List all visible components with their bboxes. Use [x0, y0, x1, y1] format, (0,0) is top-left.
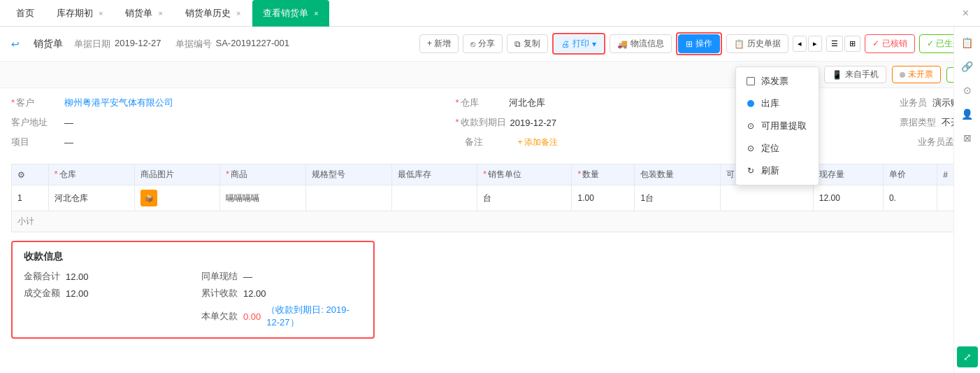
not-open-button[interactable]: 未开票 [892, 66, 941, 83]
cell-spec [305, 185, 391, 211]
doc-number-value: SA-20191227-001 [216, 38, 290, 50]
cell-stock: 12.00 [813, 185, 883, 211]
cell-num: 1 [12, 185, 49, 211]
deal-amount-value: 12.00 [66, 288, 89, 299]
share-icon: ⎋ [470, 39, 475, 49]
customer-value[interactable]: 柳州粤港平安气体有限公司 [64, 97, 173, 109]
project-label: 项目 [11, 136, 60, 148]
th-product: 商品 [220, 164, 306, 185]
sidebar-icon-4[interactable]: 👤 [957, 104, 978, 125]
cell-unit: 台 [477, 185, 572, 211]
print-dropdown-arrow: ▾ [592, 39, 596, 49]
print-button[interactable]: 🖨 打印 ▾ [554, 35, 603, 52]
cumulative-label: 累计收款 [201, 287, 238, 300]
th-unit: 销售单位 [477, 164, 572, 185]
list-view-button[interactable]: ☰ [826, 36, 843, 52]
add-ticket-label: 添发票 [761, 75, 788, 87]
history-button[interactable]: 📋 历史单据 [726, 34, 788, 53]
dropdown-item-qty-fetch[interactable]: ⊙ 可用量提取 [736, 115, 819, 137]
tab-bar: 首页 库存期初 × 销货单 × 销货单历史 × 查看销货单 × × [0, 0, 980, 27]
refresh-icon: ↻ [746, 166, 756, 176]
doc-icon: ↩ [11, 38, 20, 50]
add-note-button[interactable]: + 添加备注 [518, 136, 558, 148]
customer-label: 客户 [11, 97, 60, 109]
product-thumbnail: 📦 [140, 190, 157, 206]
cell-product: 嗝嗝嗝嗝 [220, 185, 306, 211]
doc-date-label: 单据日期 [74, 38, 110, 50]
sold-status-button[interactable]: ✓ 已核销 [865, 34, 914, 53]
locate-label: 定位 [761, 142, 779, 155]
cumulative-value: 12.00 [243, 288, 266, 299]
nav-arrows: ◂ ▸ [793, 36, 822, 52]
tab-sales-label: 销货单 [125, 7, 152, 20]
operations-highlight: ⊞ 操作 [676, 32, 722, 55]
main-content: ↩ 销货单 单据日期 2019-12-27 单据编号 SA-20191227-0… [0, 27, 980, 373]
sidebar-icon-1[interactable]: 📋 [957, 32, 978, 53]
history-icon: 📋 [734, 39, 744, 49]
dropdown-item-locate[interactable]: ⊙ 定位 [736, 137, 819, 160]
th-price: 单价 [883, 164, 937, 185]
not-open-dot [900, 72, 905, 78]
th-qty: 数量 [572, 164, 635, 185]
payment-section: 收款信息 金额合计 12.00 同单现结 — 成交金额 12.00 累计收款 1… [11, 241, 375, 339]
square-icon [747, 77, 755, 85]
tab-view-sales-close[interactable]: × [314, 9, 318, 17]
cell-image: 📦 [134, 185, 220, 211]
tab-sales-close[interactable]: × [158, 9, 162, 17]
cell-price: 0. [883, 185, 937, 211]
tab-inventory-close[interactable]: × [99, 9, 103, 17]
warehouse-label: 仓库 [456, 97, 505, 109]
subtotal-label: 小计 [17, 216, 34, 226]
warehouse-value: 河北仓库 [509, 97, 545, 109]
operations-button[interactable]: ⊞ 操作 [678, 34, 720, 53]
current-due-label: 本单欠款 [201, 310, 238, 323]
view-icons: ☰ ⊞ [826, 36, 860, 52]
share-button[interactable]: ⎋ 分享 [463, 34, 503, 53]
tab-view-sales[interactable]: 查看销货单 × [252, 0, 329, 27]
tab-inventory-init[interactable]: 库存期初 × [46, 0, 113, 27]
dropdown-item-outbound[interactable]: 出库 [736, 92, 819, 115]
warehouse-field: 仓库 河北仓库 [456, 97, 900, 109]
table-container: ⚙ 仓库 商品图片 商品 规格型号 最低库存 销售单位 数量 包装数量 可用量 … [0, 164, 980, 232]
project-field: 项目 — [11, 136, 465, 148]
amount-total-label: 金额合计 [24, 270, 60, 283]
sidebar-icon-5[interactable]: ⊠ [957, 127, 978, 148]
dropdown-item-refresh[interactable]: ↻ 刷新 [736, 160, 819, 182]
doc-number-field: 单据编号 SA-20191227-001 [175, 38, 290, 50]
tab-sales-order[interactable]: 销货单 × [115, 0, 173, 27]
tab-history-close[interactable]: × [236, 9, 240, 17]
dropdown-menu: 添发票 出库 ⊙ 可用量提取 ⊙ 定位 ↻ 刷新 [735, 66, 819, 185]
next-button[interactable]: ▸ [808, 36, 822, 52]
sidebar-icon-2[interactable]: 🔗 [957, 56, 978, 77]
from-phone-button[interactable]: 📱 来自手机 [824, 66, 886, 83]
print-highlight: 🖨 打印 ▾ [552, 33, 605, 55]
form-section: 客户 柳州粤港平安气体有限公司 仓库 河北仓库 业务员 演示账号 客户地址 — [0, 88, 980, 164]
window-close-button[interactable]: × [957, 4, 974, 22]
grid-view-button[interactable]: ⊞ [844, 36, 860, 52]
effect-check-icon: ✓ [927, 38, 934, 48]
payment-title: 收款信息 [24, 251, 362, 263]
print-icon: 🖨 [561, 39, 570, 49]
sidebar-icon-3[interactable]: ⊙ [957, 80, 978, 101]
th-settings[interactable]: ⚙ [12, 164, 49, 185]
add-button[interactable]: + 新增 [419, 34, 459, 53]
add-ticket-icon [746, 76, 756, 86]
sidebar-icon-expand[interactable]: ⤢ [957, 346, 978, 367]
due-date-note: （收款到期日: 2019-12-27） [266, 304, 362, 329]
copy-button[interactable]: ⧉ 复制 [507, 34, 548, 53]
logistics-button[interactable]: 🚚 物流信息 [610, 34, 672, 53]
qty-fetch-icon: ⊙ [746, 121, 756, 131]
prev-button[interactable]: ◂ [793, 36, 807, 52]
dropdown-item-add-ticket[interactable]: 添发票 [736, 70, 819, 92]
sub-toolbar: 📱 来自手机 未开票 ✓ [0, 62, 980, 88]
subtotal-cell: 小计 [12, 211, 969, 232]
tab-home[interactable]: 首页 [6, 0, 45, 27]
due-date-label: 收款到期日 [456, 116, 506, 129]
outbound-icon [746, 99, 756, 108]
tab-view-sales-label: 查看销货单 [263, 7, 308, 20]
same-order-row: 同单现结 — [201, 270, 362, 283]
doc-date-value: 2019-12-27 [115, 38, 161, 50]
cumulative-row: 累计收款 12.00 [201, 287, 362, 300]
tab-home-label: 首页 [16, 7, 34, 20]
tab-sales-history[interactable]: 销货单历史 × [175, 0, 251, 27]
